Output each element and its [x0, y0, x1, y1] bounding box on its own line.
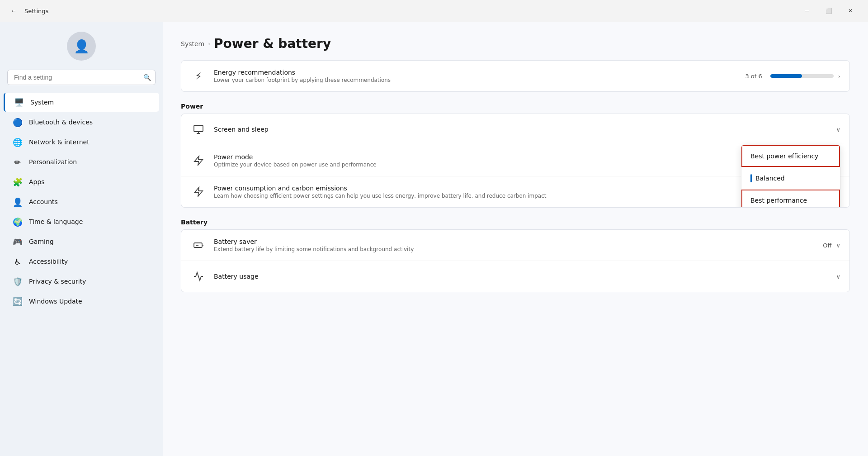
maximize-button[interactable]: ⬜	[818, 4, 839, 18]
screen-sleep-content: Screen and sleep	[214, 126, 829, 133]
update-icon: 🔄	[13, 296, 23, 306]
screen-sleep-right: ∨	[836, 126, 840, 133]
dropdown-item-performance[interactable]: Best performance	[741, 190, 840, 208]
sidebar-item-label: Gaming	[29, 238, 54, 245]
sidebar-item-time[interactable]: 🌍 Time & language	[4, 212, 159, 231]
sidebar-item-label: Network & internet	[29, 138, 90, 146]
battery-section-label: Battery	[181, 218, 850, 226]
sidebar-item-label: Accounts	[29, 198, 58, 205]
content-area: System › Power & battery ⚡ Energy recomm…	[163, 22, 868, 456]
app-title: Settings	[24, 8, 792, 14]
power-mode-icon	[190, 152, 207, 169]
battery-saver-title: Battery saver	[214, 238, 816, 245]
battery-usage-title: Battery usage	[214, 273, 829, 280]
sidebar-item-personalization[interactable]: ✏️ Personalization	[4, 152, 159, 171]
sidebar-item-label: Windows Update	[29, 298, 82, 305]
battery-usage-content: Battery usage	[214, 273, 829, 280]
search-input[interactable]	[7, 70, 156, 85]
breadcrumb-chevron: ›	[208, 41, 210, 47]
accounts-icon: 👤	[13, 197, 23, 207]
sidebar-item-system[interactable]: 🖥️ System	[4, 93, 159, 112]
sidebar-item-label: Time & language	[29, 218, 83, 225]
back-button[interactable]: ←	[7, 5, 20, 17]
user-icon: 👤	[74, 39, 90, 54]
sidebar-item-apps[interactable]: 🧩 Apps	[4, 172, 159, 191]
dropdown-item-efficiency[interactable]: Best power efficiency	[741, 145, 840, 167]
battery-card: Battery saver Extend battery life by lim…	[181, 229, 850, 292]
energy-rec-row[interactable]: ⚡ Energy recommendations Lower your carb…	[181, 61, 849, 91]
battery-saver-icon	[190, 237, 207, 253]
dropdown-efficiency-label: Best power efficiency	[750, 152, 818, 160]
sidebar-item-privacy[interactable]: 🛡️ Privacy & security	[4, 272, 159, 291]
sidebar-item-gaming[interactable]: 🎮 Gaming	[4, 232, 159, 251]
screen-sleep-row[interactable]: Screen and sleep ∨ Best power efficiency…	[181, 114, 849, 145]
battery-saver-chevron: ∨	[836, 242, 840, 249]
battery-usage-right: ∨	[836, 273, 840, 280]
energy-rec-subtitle: Lower your carbon footprint by applying …	[214, 77, 738, 83]
dropdown-balanced-label: Balanced	[755, 175, 785, 182]
power-consumption-title: Power consumption and carbon emissions	[214, 185, 829, 192]
sidebar-item-update[interactable]: 🔄 Windows Update	[4, 292, 159, 311]
power-section-label: Power	[181, 103, 850, 110]
apps-icon: 🧩	[13, 177, 23, 187]
breadcrumb-system[interactable]: System	[181, 40, 204, 48]
power-consumption-subtitle: Learn how choosing efficient power setti…	[214, 193, 829, 199]
progress-text: 3 of 6	[745, 73, 762, 80]
battery-usage-row[interactable]: Battery usage ∨	[181, 261, 849, 292]
battery-usage-icon	[190, 268, 207, 285]
search-box: 🔍	[7, 70, 156, 85]
sidebar-item-network[interactable]: 🌐 Network & internet	[4, 133, 159, 152]
battery-saver-content: Battery saver Extend battery life by lim…	[214, 238, 816, 252]
energy-icon: ⚡	[190, 68, 207, 84]
sidebar-item-label: System	[30, 99, 54, 106]
energy-rec-card: ⚡ Energy recommendations Lower your carb…	[181, 60, 850, 92]
system-icon: 🖥️	[14, 97, 24, 107]
personalization-icon: ✏️	[13, 157, 23, 167]
minimize-button[interactable]: ─	[797, 4, 817, 18]
gaming-icon: 🎮	[13, 237, 23, 247]
progress-bar-fill	[770, 74, 802, 78]
sidebar: 👤 🔍 🖥️ System 🔵 Bluetooth & devices 🌐 Ne…	[0, 22, 163, 456]
app-body: 👤 🔍 🖥️ System 🔵 Bluetooth & devices 🌐 Ne…	[0, 22, 868, 456]
privacy-icon: 🛡️	[13, 276, 23, 286]
energy-rec-right: 3 of 6 ›	[745, 73, 840, 80]
page-title: Power & battery	[214, 36, 331, 51]
avatar: 👤	[67, 32, 96, 61]
dropdown-item-balanced[interactable]: Balanced	[741, 167, 840, 190]
power-consumption-content: Power consumption and carbon emissions L…	[214, 185, 829, 199]
power-card: Screen and sleep ∨ Best power efficiency…	[181, 114, 850, 208]
page-header: System › Power & battery	[181, 22, 850, 60]
titlebar: ← Settings ─ ⬜ ✕	[0, 0, 868, 22]
sidebar-item-accounts[interactable]: 👤 Accounts	[4, 192, 159, 211]
power-mode-dropdown: Best power efficiency Balanced Best perf…	[741, 145, 840, 208]
sidebar-item-label: Accessibility	[29, 258, 68, 265]
balanced-accent-bar	[750, 174, 752, 182]
sidebar-item-label: Apps	[29, 178, 45, 185]
sidebar-item-label: Bluetooth & devices	[29, 119, 93, 126]
svg-rect-0	[194, 125, 203, 132]
battery-saver-subtitle: Extend battery life by limiting some not…	[214, 246, 816, 252]
close-button[interactable]: ✕	[840, 4, 861, 18]
energy-rec-content: Energy recommendations Lower your carbon…	[214, 69, 738, 83]
sidebar-item-label: Personalization	[29, 158, 77, 166]
screen-icon	[190, 121, 207, 138]
sidebar-item-accessibility[interactable]: ♿ Accessibility	[4, 252, 159, 271]
energy-rec-title: Energy recommendations	[214, 69, 738, 76]
sidebar-item-label: Privacy & security	[29, 278, 86, 285]
bluetooth-icon: 🔵	[13, 117, 23, 127]
sidebar-item-bluetooth[interactable]: 🔵 Bluetooth & devices	[4, 113, 159, 132]
window-controls: ─ ⬜ ✕	[797, 4, 861, 18]
energy-chevron-icon: ›	[838, 73, 840, 80]
time-icon: 🌍	[13, 217, 23, 227]
screen-sleep-title: Screen and sleep	[214, 126, 829, 133]
carbon-icon	[190, 184, 207, 200]
accessibility-icon: ♿	[13, 256, 23, 266]
battery-saver-status: Off	[823, 242, 831, 249]
battery-saver-row[interactable]: Battery saver Extend battery life by lim…	[181, 230, 849, 261]
network-icon: 🌐	[13, 137, 23, 147]
screen-sleep-chevron: ∨	[836, 126, 840, 133]
dropdown-performance-label: Best performance	[750, 197, 807, 204]
progress-bar	[770, 74, 834, 78]
battery-saver-right: Off ∨	[823, 242, 840, 249]
battery-usage-chevron: ∨	[836, 273, 840, 280]
